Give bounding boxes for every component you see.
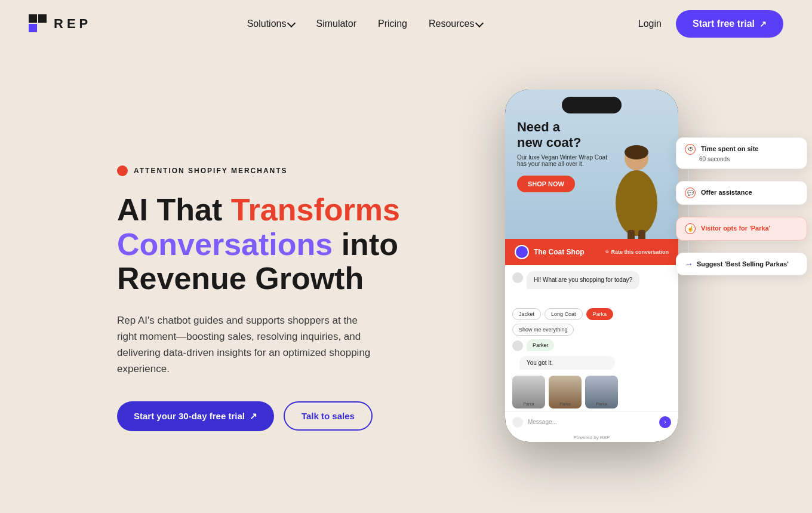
chat-avatar	[515, 245, 529, 259]
login-link[interactable]: Login	[638, 19, 662, 29]
hero-buttons: Start your 30-day free trial ↗ Talk to s…	[117, 401, 400, 431]
chevron-down-icon	[287, 19, 296, 27]
shop-now-button[interactable]: SHOP NOW	[517, 176, 575, 192]
hero-description: Rep AI's chatbot guides and supports sho…	[117, 312, 380, 377]
svg-point-3	[616, 170, 657, 236]
workflow-panel: ⏱ Time spent on site 60 seconds 💬 Offer …	[676, 137, 807, 275]
hero-visual: Need anew coat? Our luxe Vegan Winter Wr…	[400, 90, 783, 508]
person-svg	[610, 131, 663, 245]
chat-reply-bubble: Parker	[527, 339, 555, 351]
timer-icon: ⏱	[685, 144, 696, 155]
chat-header: The Coat Shop ☆ Rate this conversation	[505, 239, 678, 265]
chip-jacket[interactable]: Jacket	[512, 308, 541, 320]
thumb-label-2: Parka	[559, 402, 570, 406]
workflow-connector-2	[688, 205, 689, 217]
product-thumbnails: Parka Parka Parka	[505, 373, 678, 411]
chevron-down-icon	[475, 19, 484, 27]
workflow-connector-1	[688, 169, 689, 181]
workflow-connector-3	[688, 241, 689, 253]
chat-messages: Hi! What are you shopping for today?	[505, 265, 678, 308]
chat-input-placeholder[interactable]: Message...	[528, 419, 654, 425]
phone-mockup: Need anew coat? Our luxe Vegan Winter Wr…	[505, 90, 678, 442]
workflow-title-opts: Visitor opts for 'Parka'	[701, 224, 770, 231]
nav-resources-link[interactable]: Resources	[429, 19, 482, 29]
product-thumb-2: Parka	[549, 376, 582, 408]
chat-input-avatar	[512, 417, 523, 428]
badge-text: ATTENTION SHOPIFY MERCHANTS	[134, 167, 288, 175]
chat-chips: Jacket Long Coat Parka Show me everythin…	[505, 308, 678, 336]
workflow-title-suggest: Suggest 'Best Selling Parkas'	[697, 260, 789, 268]
arrow-icon: ↗	[759, 19, 767, 29]
phone-chat: The Coat Shop ☆ Rate this conversation H…	[505, 239, 678, 442]
powered-by: Powered by REP	[505, 433, 678, 442]
chat-bubble-greeting: Hi! What are you shopping for today?	[527, 271, 639, 289]
chip-parka[interactable]: Parka	[586, 308, 614, 320]
send-button[interactable]: ›	[659, 416, 671, 428]
arrow-suggest-icon: →	[685, 259, 693, 269]
nav-simulator-link[interactable]: Simulator	[316, 19, 356, 29]
logo-icon	[29, 14, 48, 33]
arrow-icon: ↗	[250, 411, 257, 422]
chat-icon: 💬	[685, 188, 696, 198]
workflow-card-suggest: → Suggest 'Best Selling Parkas'	[676, 253, 807, 275]
thumb-label-3: Parka	[596, 402, 607, 406]
nav-item-simulator[interactable]: Simulator	[316, 19, 356, 29]
hero-content: ATTENTION SHOPIFY MERCHANTS AI That Tran…	[117, 165, 400, 431]
workflow-card-offer: 💬 Offer assistance	[676, 181, 807, 205]
navbar: REP Solutions Simulator Pricing Resource…	[0, 0, 812, 48]
badge-dot	[117, 165, 128, 176]
chat-store-name: The Coat Shop	[534, 248, 585, 256]
hero-badge: ATTENTION SHOPIFY MERCHANTS	[117, 165, 400, 176]
product-thumb-3: Parka	[585, 376, 618, 408]
start-trial-button[interactable]: Start free trial ↗	[676, 10, 783, 38]
nav-links: Solutions Simulator Pricing Resources	[247, 19, 483, 29]
hero-section: ATTENTION SHOPIFY MERCHANTS AI That Tran…	[0, 48, 812, 513]
chat-input-bar: Message... ›	[505, 411, 678, 433]
star-icon: ☆	[605, 249, 609, 254]
nav-pricing-link[interactable]: Pricing	[378, 19, 407, 29]
svg-point-5	[625, 145, 648, 159]
workflow-card-time: ⏱ Time spent on site 60 seconds	[676, 137, 807, 169]
logo-text: REP	[54, 16, 91, 32]
thumb-label-1: Parka	[523, 402, 534, 406]
chat-confirm-bubble: You got it.	[519, 356, 615, 370]
heading-conversations: Conversations	[117, 227, 333, 262]
nav-item-solutions[interactable]: Solutions	[247, 19, 295, 29]
hero-heading: AI That Transforms Conversations into Re…	[117, 193, 400, 296]
phone-screen: Need anew coat? Our luxe Vegan Winter Wr…	[505, 90, 678, 442]
nav-item-resources[interactable]: Resources	[429, 19, 482, 29]
svg-rect-2	[29, 24, 37, 32]
svg-rect-0	[29, 14, 37, 23]
chat-rate: ☆ Rate this conversation	[605, 249, 669, 255]
heading-transforms: Transforms	[231, 192, 400, 227]
chip-long-coat[interactable]: Long Coat	[545, 308, 583, 320]
workflow-title-time: Time spent on site	[701, 145, 758, 152]
logo-link[interactable]: REP	[29, 14, 91, 33]
bot-avatar-2	[512, 340, 523, 351]
nav-item-pricing[interactable]: Pricing	[378, 19, 407, 29]
heading-part1: AI That	[117, 192, 231, 227]
bot-avatar	[512, 272, 523, 283]
heading-part3: into	[333, 227, 398, 262]
trial-button[interactable]: Start your 30-day free trial ↗	[117, 401, 274, 431]
svg-rect-1	[38, 14, 47, 23]
workflow-title-offer: Offer assistance	[701, 188, 752, 195]
chat-message-1: Hi! What are you shopping for today?	[512, 271, 671, 289]
talk-to-sales-button[interactable]: Talk to sales	[284, 401, 373, 431]
heading-line3: Revenue Growth	[117, 261, 364, 296]
nav-actions: Login Start free trial ↗	[638, 10, 783, 38]
phone-notch	[562, 97, 622, 113]
product-thumb-1: Parka	[512, 376, 545, 408]
chip-show-everything[interactable]: Show me everything	[512, 324, 574, 336]
finger-icon: ☝	[685, 223, 696, 234]
person-illustration	[601, 125, 672, 245]
workflow-card-opts: ☝ Visitor opts for 'Parka'	[676, 217, 807, 241]
nav-solutions-link[interactable]: Solutions	[247, 19, 295, 29]
workflow-value-time: 60 seconds	[699, 156, 798, 162]
